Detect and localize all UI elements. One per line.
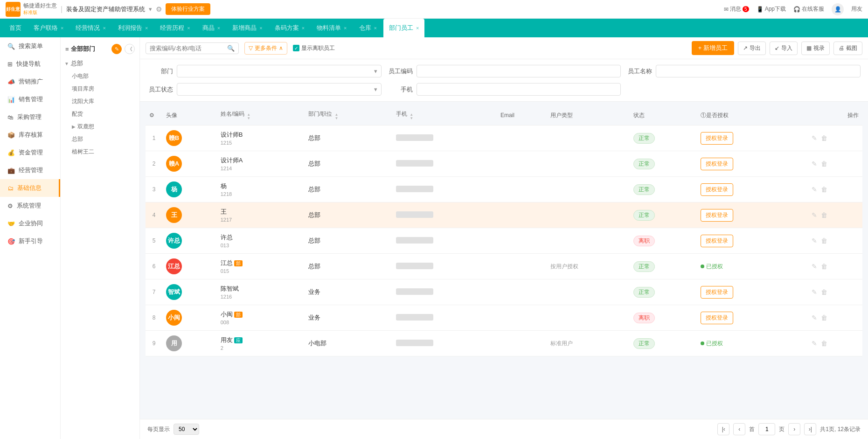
per-page-select[interactable]: 50 20 100 (174, 424, 199, 435)
delete-icon[interactable]: 🗑 (821, 314, 827, 321)
col-settings[interactable]: ⚙ (146, 105, 162, 125)
tree-node-planting[interactable]: 植树王二 (61, 146, 139, 158)
delete-icon[interactable]: 🗑 (821, 263, 827, 270)
nav-tab-history[interactable]: 经营历程 × (154, 19, 195, 37)
auth-login-btn[interactable]: 授权登录 (701, 312, 733, 324)
delete-icon[interactable]: 🗑 (821, 340, 827, 347)
dropdown-arrow-icon[interactable]: ▾ (149, 6, 152, 13)
sort-icon[interactable]: ▲▼ (247, 113, 250, 120)
delete-icon[interactable]: 🗑 (821, 288, 827, 296)
close-icon[interactable]: × (217, 25, 220, 31)
delete-icon[interactable]: 🗑 (821, 237, 827, 244)
nav-tab-department[interactable]: 部门员工 × (383, 19, 424, 37)
close-icon[interactable]: × (374, 25, 377, 31)
auth-login-btn[interactable]: 授权登录 (701, 183, 733, 196)
prev-page-btn[interactable]: ‹ (733, 423, 745, 435)
emp-code-input[interactable] (417, 65, 621, 77)
edit-dept-btn[interactable]: ✎ (111, 44, 122, 54)
close-icon[interactable]: × (187, 25, 190, 31)
page-input[interactable] (758, 423, 775, 435)
sort-icon[interactable]: ▲▼ (334, 113, 338, 120)
sidebar-item-shortcuts[interactable]: ⊞ 快捷导航 (0, 55, 60, 73)
user-avatar[interactable]: 👤 (832, 3, 844, 15)
sidebar-item-finance[interactable]: 💰 资金管理 (0, 144, 60, 161)
sidebar-item-marketing[interactable]: 📣 营销推广 (0, 73, 60, 91)
sidebar-item-purchase[interactable]: 🛍 采购管理 (0, 108, 60, 126)
messages-link[interactable]: ✉ 消息 5 (724, 5, 749, 13)
app-download-link[interactable]: 📱 App下载 (757, 5, 786, 13)
close-icon[interactable]: × (259, 25, 262, 31)
search-input[interactable] (150, 45, 224, 52)
sidebar-item-inventory[interactable]: 📦 库存核算 (0, 126, 60, 144)
nav-tab-customer[interactable]: 客户联络 × (28, 19, 69, 37)
tree-node-double[interactable]: ▶ 双鹿想 (61, 120, 139, 133)
tree-node-shenyang[interactable]: 沈阳大库 (61, 95, 139, 108)
close-icon[interactable]: × (302, 25, 305, 31)
auth-login-btn[interactable]: 授权登录 (701, 132, 733, 145)
edit-icon[interactable]: ✎ (812, 263, 817, 270)
auth-login-btn[interactable]: 授权登录 (701, 235, 733, 247)
edit-icon[interactable]: ✎ (812, 288, 817, 296)
show-resigned-checkbox[interactable]: ✓ 显示离职员工 (293, 44, 335, 52)
tree-node-project[interactable]: 项目库房 (61, 83, 139, 95)
tree-node-distribution[interactable]: 配货 (61, 108, 139, 120)
tree-node-xiaodian[interactable]: 小电部 (61, 70, 139, 83)
dept-filter-select[interactable]: ▾ (177, 65, 382, 77)
trial-button[interactable]: 体验行业方案 (166, 3, 210, 15)
edit-icon[interactable]: ✎ (812, 186, 817, 193)
sidebar-item-basic-info[interactable]: 🗂 基础信息 (0, 179, 60, 197)
view-btn[interactable]: ▦ 视录 (801, 42, 830, 55)
close-icon[interactable]: × (344, 25, 347, 31)
more-filters-btn[interactable]: ▽ 更多条件 ∧ (244, 42, 287, 55)
delete-icon[interactable]: 🗑 (821, 186, 827, 193)
nav-tab-home[interactable]: 首页 (4, 19, 27, 37)
auth-login-btn[interactable]: 授权登录 (701, 286, 733, 299)
collapse-btn[interactable]: 《 (125, 44, 135, 54)
edit-icon[interactable]: ✎ (812, 211, 817, 219)
nav-tab-warehouse[interactable]: 仓库 × (354, 19, 382, 37)
sidebar: 🔍 搜索菜单 ⊞ 快捷导航 📣 营销推广 📊 销售管理 🛍 采购管理 📦 库存核… (0, 37, 61, 439)
emp-name-input[interactable] (656, 65, 861, 77)
nav-tab-barcode[interactable]: 条码方案 × (269, 19, 310, 37)
settings-icon[interactable]: ⚙ (156, 5, 162, 14)
phone-input[interactable] (417, 83, 621, 96)
export-btn[interactable]: ↗ 导出 (738, 42, 766, 55)
online-service-link[interactable]: 🎧 在线客服 (793, 5, 824, 13)
delete-icon[interactable]: 🗑 (821, 160, 827, 167)
auth-login-btn[interactable]: 授权登录 (701, 158, 733, 170)
import-btn[interactable]: ↙ 导入 (770, 42, 798, 55)
nav-tab-profit[interactable]: 利润报告 × (112, 19, 153, 37)
next-page-btn[interactable]: › (788, 423, 800, 435)
sidebar-item-management[interactable]: 💼 经营管理 (0, 161, 60, 179)
close-icon[interactable]: × (103, 25, 105, 31)
sort-icon[interactable]: ▲▼ (410, 113, 413, 120)
print-btn[interactable]: 🖨 截图 (833, 42, 862, 55)
edit-icon[interactable]: ✎ (812, 340, 817, 347)
close-icon[interactable]: × (416, 25, 419, 31)
first-page-btn[interactable]: |‹ (717, 423, 729, 435)
nav-tab-new-goods[interactable]: 新增商品 × (227, 19, 268, 37)
edit-icon[interactable]: ✎ (812, 314, 817, 321)
col-name: 姓名/编码 ▲▼ (217, 105, 305, 125)
nav-tab-goods[interactable]: 商品 × (197, 19, 226, 37)
sidebar-item-collab[interactable]: 🤝 企业协同 (0, 215, 60, 232)
sidebar-item-system[interactable]: ⚙ 系统管理 (0, 197, 60, 215)
nav-tab-operation[interactable]: 经营情况 × (70, 19, 111, 37)
tree-node-headquarters-child[interactable]: 总部 (61, 133, 139, 146)
auth-login-btn[interactable]: 授权登录 (701, 209, 733, 222)
tree-node-headquarters-parent[interactable]: ▼ 总部 (61, 57, 139, 70)
sidebar-item-sales[interactable]: 📊 销售管理 (0, 91, 60, 108)
close-icon[interactable]: × (61, 25, 63, 31)
edit-icon[interactable]: ✎ (812, 160, 817, 167)
delete-icon[interactable]: 🗑 (821, 134, 827, 142)
edit-icon[interactable]: ✎ (812, 134, 817, 142)
delete-icon[interactable]: 🗑 (821, 211, 827, 219)
close-icon[interactable]: × (145, 25, 148, 31)
emp-status-select[interactable]: ▾ (177, 83, 382, 96)
nav-tab-materials[interactable]: 物料清单 × (311, 19, 352, 37)
edit-icon[interactable]: ✎ (812, 237, 817, 244)
sidebar-item-guide[interactable]: 🎯 新手引导 (0, 232, 60, 250)
add-employee-btn[interactable]: + 新增员工 (692, 41, 734, 55)
sidebar-item-search[interactable]: 🔍 搜索菜单 (0, 37, 60, 55)
last-page-btn[interactable]: ›| (804, 423, 816, 435)
